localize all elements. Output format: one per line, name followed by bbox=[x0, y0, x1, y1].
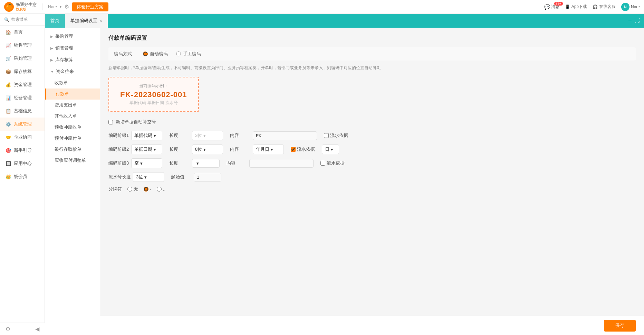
sub-nav-item-adjustment[interactable]: 应收应付调整单 bbox=[45, 155, 100, 166]
flow3-checkbox[interactable] bbox=[320, 161, 325, 166]
top-bar-left: 🍊 畅通好生意 旗舰版 Nare ▾ ⚙ 体验行业方案 bbox=[4, 2, 541, 12]
sub-nav-item-expense[interactable]: 费用支出单 bbox=[45, 100, 100, 111]
chevron-down-icon: ▾ bbox=[140, 161, 143, 166]
content1-input[interactable] bbox=[253, 131, 317, 140]
message-area[interactable]: 💬 消息 99+ bbox=[544, 4, 559, 10]
online-service[interactable]: 🎧 在线客服 bbox=[593, 4, 616, 10]
logo-text: 畅通好生意 旗舰版 bbox=[16, 2, 37, 11]
tab-maximize-button[interactable]: ⛶ bbox=[634, 18, 640, 24]
sub-nav-item-prepay-payable[interactable]: 预付冲应付单 bbox=[45, 133, 100, 144]
sub-nav-header-sales[interactable]: ▶ 销售管理 bbox=[45, 42, 100, 54]
inventory-icon: 📦 bbox=[6, 69, 11, 74]
basic-icon: 📋 bbox=[6, 108, 11, 114]
sidebar-item-enterprise[interactable]: 🤝 企业协同 bbox=[0, 131, 45, 144]
prefix3-label: 编码前缀3 bbox=[108, 160, 129, 166]
tab-close-icon[interactable]: × bbox=[99, 18, 102, 24]
tab-encode-setting[interactable]: 单据编码设置 × bbox=[65, 14, 108, 28]
sidebar-item-purchase[interactable]: 🛒 采购管理 bbox=[0, 52, 45, 65]
flow2-unit-select[interactable]: 日 ▾ bbox=[322, 145, 339, 154]
sub-nav-item-payment[interactable]: 付款单 bbox=[45, 89, 100, 100]
prefix1-row: 编码前缀1 单据代码 ▾ 长度 2位 ▾ 内容 bbox=[108, 131, 636, 140]
sub-nav-group-purchase: ▶ 采购管理 bbox=[45, 30, 100, 42]
sep-circle-option[interactable]: 。 bbox=[157, 186, 167, 192]
tab-actions: – ⛶ bbox=[628, 18, 644, 24]
top-bar: 🍊 畅通好生意 旗舰版 Nare ▾ ⚙ 体验行业方案 💬 消息 99+ 📱 A… bbox=[0, 0, 644, 14]
message-count: 99+ bbox=[554, 2, 563, 6]
arrow-down-icon: ▼ bbox=[50, 70, 54, 74]
footer-collapse-icon[interactable]: ◀ bbox=[35, 326, 39, 332]
sep-dot-option[interactable]: · bbox=[144, 187, 151, 192]
sidebar-item-finance[interactable]: 💰 资金管理 bbox=[0, 78, 45, 91]
flow-length-label: 流水号长度 bbox=[108, 174, 131, 180]
sidebar-item-guide[interactable]: 🎯 新手引导 bbox=[0, 144, 45, 157]
chevron-down-icon: ▾ bbox=[331, 147, 333, 152]
prefix3-select[interactable]: 空 ▾ bbox=[131, 158, 162, 168]
sidebar-item-member[interactable]: 👑 畅会员 bbox=[0, 170, 45, 183]
chevron-down-icon: ▾ bbox=[154, 133, 156, 138]
sub-nav-group-inventory: ▶ 库存核算 bbox=[45, 54, 100, 66]
page-title: 付款单编码设置 bbox=[108, 35, 636, 42]
sub-nav-header-capital[interactable]: ▼ 资金往来 bbox=[45, 66, 100, 77]
start-value-input[interactable] bbox=[194, 173, 221, 182]
search-icon: 🔍 bbox=[4, 17, 9, 22]
length2-label: 长度 bbox=[169, 146, 190, 152]
settings-icon[interactable]: ⚙ bbox=[64, 3, 69, 10]
start-value-label: 起始值 bbox=[171, 174, 192, 180]
sidebar-item-home[interactable]: 🏠 首页 bbox=[0, 26, 45, 39]
flow-length-select[interactable]: 3位 ▾ bbox=[133, 172, 164, 182]
operation-icon: 📊 bbox=[6, 95, 11, 101]
manual-encode-option[interactable]: 手工编码 bbox=[176, 51, 201, 57]
flow2-checkbox[interactable] bbox=[291, 147, 296, 152]
content3-input[interactable] bbox=[249, 159, 314, 168]
sep-none-option[interactable]: 无 bbox=[127, 186, 138, 192]
tab-bar: 首页 单据编码设置 × – ⛶ bbox=[45, 14, 644, 28]
chevron-down-icon[interactable]: ▾ bbox=[60, 5, 61, 9]
flow-length-group: 流水号长度 3位 ▾ bbox=[108, 172, 164, 182]
sidebar-item-basic[interactable]: 📋 基础信息 bbox=[0, 104, 45, 118]
tab-home[interactable]: 首页 bbox=[45, 14, 65, 28]
sidebar-item-operation[interactable]: 📊 经营管理 bbox=[0, 91, 45, 104]
sidebar-item-system[interactable]: ⚙️ 系统管理 bbox=[0, 118, 45, 131]
sidebar-search[interactable]: 🔍 搜索菜单 bbox=[0, 14, 45, 26]
length1-select[interactable]: 2位 ▾ bbox=[192, 131, 223, 140]
sub-nav-header-purchase[interactable]: ▶ 采购管理 bbox=[45, 30, 100, 42]
flow-number-row: 流水号长度 3位 ▾ 起始值 bbox=[108, 172, 636, 182]
sidebar-item-inventory[interactable]: 📦 库存核算 bbox=[0, 65, 45, 78]
prefix3-row: 编码前缀3 空 ▾ 长度 ▾ 内容 bbox=[108, 158, 636, 168]
prefix2-row: 编码前缀2 单据日期 ▾ 长度 8位 ▾ 内容 bbox=[108, 145, 636, 154]
guide-icon: 🎯 bbox=[6, 148, 11, 153]
sub-nav-item-prepay-receivable[interactable]: 预收冲应收单 bbox=[45, 122, 100, 133]
save-button[interactable]: 保存 bbox=[604, 320, 636, 332]
sidebar-item-sales[interactable]: 📈 销售管理 bbox=[0, 39, 45, 52]
length1-label: 长度 bbox=[169, 132, 190, 139]
auto-fill-checkbox[interactable] bbox=[108, 120, 113, 124]
content2-select[interactable]: 年月日 ▾ bbox=[253, 145, 284, 154]
chevron-down-icon: ▾ bbox=[203, 147, 206, 152]
prefix2-select[interactable]: 单据日期 ▾ bbox=[131, 145, 162, 154]
content2-group: 内容 年月日 ▾ bbox=[230, 145, 284, 154]
length1-group: 长度 2位 ▾ bbox=[169, 131, 223, 140]
sub-nav-header-inventory[interactable]: ▶ 库存核算 bbox=[45, 54, 100, 66]
sidebar: 🔍 搜索菜单 🏠 首页 📈 销售管理 🛒 采购管理 📦 库存核算 💰 资金管理 … bbox=[0, 14, 45, 335]
finance-icon: 💰 bbox=[6, 82, 11, 87]
preview-label: 当前编码示例： bbox=[120, 83, 187, 89]
nav-text: Nare bbox=[48, 4, 57, 9]
tab-minimize-button[interactable]: – bbox=[628, 18, 632, 24]
length3-select[interactable]: ▾ bbox=[192, 159, 220, 168]
length2-select[interactable]: 8位 ▾ bbox=[192, 145, 223, 154]
sub-nav-item-bank-deposit[interactable]: 银行存取款单 bbox=[45, 144, 100, 155]
sidebar-item-apps[interactable]: 🔲 应用中心 bbox=[0, 157, 45, 170]
app-download[interactable]: 📱 App下载 bbox=[565, 4, 587, 10]
try-button[interactable]: 体验行业方案 bbox=[72, 2, 108, 11]
flow1-checkbox[interactable] bbox=[324, 133, 329, 138]
enterprise-icon: 🤝 bbox=[6, 134, 11, 140]
sub-nav: ▶ 采购管理 ▶ 销售管理 ▶ 库存核算 ▼ 资金往来 bbox=[45, 28, 100, 335]
auto-encode-option[interactable]: 自动编码 bbox=[143, 51, 168, 57]
prefix1-select[interactable]: 单据代码 ▾ bbox=[131, 131, 162, 140]
arrow-right-icon: ▶ bbox=[50, 46, 53, 50]
footer-settings-icon[interactable]: ⚙ bbox=[6, 326, 10, 332]
flow2-group: 流水依据 bbox=[291, 146, 315, 152]
sub-nav-item-receipt[interactable]: 收款单 bbox=[45, 77, 100, 89]
chevron-down-icon: ▾ bbox=[196, 161, 199, 166]
sub-nav-item-other-income[interactable]: 其他收入单 bbox=[45, 111, 100, 122]
